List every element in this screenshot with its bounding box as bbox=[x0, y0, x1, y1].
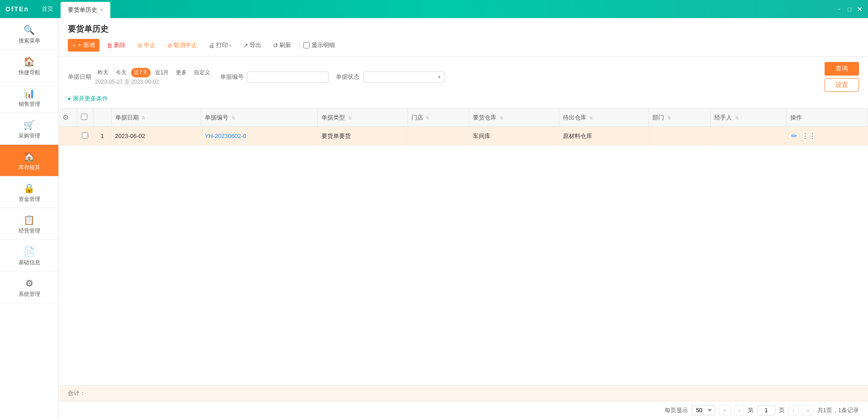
stop-icon: ⊘ bbox=[137, 42, 142, 49]
settings-button[interactable]: 设置 bbox=[825, 78, 859, 92]
cancel-stop-button[interactable]: ⊘ 取消中止 bbox=[163, 39, 202, 52]
th-doc-no: 单据编号 ⇅ bbox=[201, 109, 317, 127]
table-body: 1 2023-06-02 YH-20230602-0 要货单要货 车间库 原材料… bbox=[59, 127, 868, 146]
doc-no-link[interactable]: YH-20230602-0 bbox=[205, 133, 246, 139]
new-button[interactable]: + + 新增 bbox=[68, 39, 99, 52]
sort-icon-handler[interactable]: ⇅ bbox=[735, 115, 739, 120]
maximize-icon[interactable]: □ bbox=[848, 6, 851, 13]
filter-date-label: 单据日期 bbox=[68, 73, 91, 81]
page-header: 要货单历史 + + 新增 🗑 删除 ⊘ 中止 ⊘ 取消中止 bbox=[59, 18, 868, 57]
td-department bbox=[649, 127, 711, 146]
td-row-expand bbox=[59, 127, 77, 146]
main-layout: 🔍 搜索菜单 🏠 快捷导航 📊 销售管理 🛒 采购管理 🏠 库存核算 🔒 资金管… bbox=[0, 18, 868, 419]
select-all-checkbox[interactable] bbox=[81, 114, 87, 120]
table-row: 1 2023-06-02 YH-20230602-0 要货单要货 车间库 原材料… bbox=[59, 127, 868, 146]
sidebar-item-basic-info[interactable]: 📄 基础信息 bbox=[0, 240, 58, 271]
sort-icon-req-warehouse[interactable]: ⇅ bbox=[500, 115, 503, 120]
basic-info-icon: 📄 bbox=[24, 246, 35, 257]
page-title: 要货单历史 bbox=[68, 24, 859, 34]
sidebar-item-search-menu[interactable]: 🔍 搜索菜单 bbox=[0, 18, 58, 50]
minimize-icon[interactable]: － bbox=[836, 5, 842, 13]
sidebar-item-operations-mgmt[interactable]: 📋 经营管理 bbox=[0, 208, 58, 240]
sidebar-label-search-menu: 搜索菜单 bbox=[19, 37, 40, 45]
sidebar-item-finance-mgmt[interactable]: 🔒 资金管理 bbox=[0, 176, 58, 208]
query-button[interactable]: 查询 bbox=[825, 62, 859, 76]
sort-icon-doc-date[interactable]: ⇅ bbox=[142, 115, 145, 120]
column-settings-gear-icon[interactable]: ⚙ bbox=[62, 114, 69, 121]
delete-button[interactable]: 🗑 删除 bbox=[102, 39, 130, 52]
sidebar-label-purchase-mgmt: 采购管理 bbox=[19, 132, 40, 140]
quick-nav-icon: 🏠 bbox=[24, 56, 35, 67]
page-number-input[interactable] bbox=[757, 405, 775, 415]
close-tab-icon[interactable]: × bbox=[100, 7, 103, 13]
sort-icon-department[interactable]: ⇅ bbox=[667, 115, 671, 120]
page-size-select[interactable]: 50 20 100 200 bbox=[692, 405, 715, 415]
toolbar: + + 新增 🗑 删除 ⊘ 中止 ⊘ 取消中止 🖨 打印 bbox=[68, 39, 859, 56]
print-button[interactable]: 🖨 打印 ▾ bbox=[204, 39, 236, 52]
sidebar-item-quick-nav[interactable]: 🏠 快捷导航 bbox=[0, 50, 58, 81]
next-page-button[interactable]: › bbox=[788, 405, 798, 415]
td-req-warehouse: 车间库 bbox=[469, 127, 559, 146]
th-checkbox bbox=[77, 109, 93, 127]
sort-icon-store[interactable]: ⇅ bbox=[426, 115, 429, 120]
sidebar-item-inventory[interactable]: 🏠 库存核算 bbox=[0, 145, 58, 176]
filter-group-date: 单据日期 昨天 今天 近7天 近1月 更多 自定义 2023-05-27 至 2… bbox=[68, 68, 213, 86]
sort-icon-doc-type[interactable]: ⇅ bbox=[348, 115, 352, 120]
top-tabs: 首页 要货单历史 × bbox=[34, 0, 110, 18]
row-more-button[interactable]: ⋮⋮ bbox=[801, 131, 817, 141]
close-icon[interactable]: ✕ bbox=[857, 5, 863, 14]
filter-status-select-wrap bbox=[363, 71, 444, 83]
show-detail-toggle[interactable]: 显示明细 bbox=[303, 41, 335, 49]
row-checkbox[interactable] bbox=[82, 132, 88, 138]
td-row-checkbox bbox=[77, 127, 93, 146]
data-table: ⚙ 单据日期 ⇅ 单据编号 ⇅ bbox=[59, 109, 868, 146]
date-shortcut-today[interactable]: 今天 bbox=[113, 68, 129, 77]
export-button[interactable]: ↗ 导出 bbox=[239, 39, 266, 52]
td-doc-type: 要货单要货 bbox=[318, 127, 407, 146]
filter-status-select[interactable] bbox=[363, 71, 444, 83]
th-index bbox=[93, 109, 111, 127]
sidebar-label-inventory: 库存核算 bbox=[19, 164, 40, 171]
refresh-button[interactable]: ↺ 刷新 bbox=[269, 39, 296, 52]
sort-icon-doc-no[interactable]: ⇅ bbox=[231, 115, 235, 120]
th-operations: 操作 bbox=[786, 109, 868, 127]
th-pending-warehouse: 待出仓库 ⇅ bbox=[559, 109, 648, 127]
row-operations: ✏ ⋮⋮ bbox=[790, 131, 864, 141]
total-records-text: 共1页，1条记录 bbox=[817, 406, 859, 414]
refresh-icon: ↺ bbox=[273, 42, 278, 49]
date-shortcut-custom[interactable]: 自定义 bbox=[191, 68, 213, 77]
table-footer: 合计： bbox=[59, 385, 868, 401]
sidebar-label-system-mgmt: 系统管理 bbox=[19, 290, 40, 298]
date-shortcut-more[interactable]: 更多 bbox=[173, 68, 189, 77]
sort-icon-pending-warehouse[interactable]: ⇅ bbox=[589, 115, 593, 120]
show-detail-checkbox[interactable] bbox=[303, 42, 310, 48]
top-bar: OfTEn 首页 要货单历史 × － □ ✕ bbox=[0, 0, 868, 18]
date-shortcuts: 昨天 今天 近7天 近1月 更多 自定义 bbox=[95, 68, 213, 77]
tab-purchase-order-history[interactable]: 要货单历史 × bbox=[61, 2, 110, 18]
sidebar-item-purchase-mgmt[interactable]: 🛒 采购管理 bbox=[0, 113, 58, 145]
th-settings: ⚙ bbox=[59, 109, 77, 127]
stop-button[interactable]: ⊘ 中止 bbox=[133, 39, 160, 52]
sidebar: 🔍 搜索菜单 🏠 快捷导航 📊 销售管理 🛒 采购管理 🏠 库存核算 🔒 资金管… bbox=[0, 18, 59, 419]
new-icon: + bbox=[72, 42, 76, 49]
sidebar-item-sales-mgmt[interactable]: 📊 销售管理 bbox=[0, 81, 58, 113]
search-menu-icon: 🔍 bbox=[24, 24, 35, 35]
filter-group-doc-status: 单据状态 bbox=[336, 71, 444, 83]
expand-more-btn[interactable]: ▾ 展开更多条件 bbox=[68, 95, 859, 103]
th-department: 部门 ⇅ bbox=[649, 109, 711, 127]
date-range-display: 2023-05-27 至 2023-06-02 bbox=[95, 78, 213, 86]
sidebar-label-quick-nav: 快捷导航 bbox=[19, 69, 40, 76]
last-page-button[interactable]: » bbox=[802, 405, 813, 415]
filter-doc-no-input[interactable] bbox=[247, 71, 329, 83]
sidebar-item-system-mgmt[interactable]: ⚙ 系统管理 bbox=[0, 271, 58, 303]
first-page-button[interactable]: « bbox=[719, 405, 730, 415]
date-shortcut-7days[interactable]: 近7天 bbox=[131, 68, 151, 77]
sales-mgmt-icon: 📊 bbox=[24, 88, 35, 99]
filter-doc-no-label: 单据编号 bbox=[220, 73, 244, 81]
sidebar-label-basic-info: 基础信息 bbox=[19, 259, 40, 267]
tab-home[interactable]: 首页 bbox=[34, 0, 61, 18]
prev-page-button[interactable]: ‹ bbox=[734, 405, 744, 415]
row-edit-button[interactable]: ✏ bbox=[790, 131, 798, 141]
date-shortcut-1month[interactable]: 近1月 bbox=[152, 68, 172, 77]
date-shortcut-yesterday[interactable]: 昨天 bbox=[95, 68, 111, 77]
